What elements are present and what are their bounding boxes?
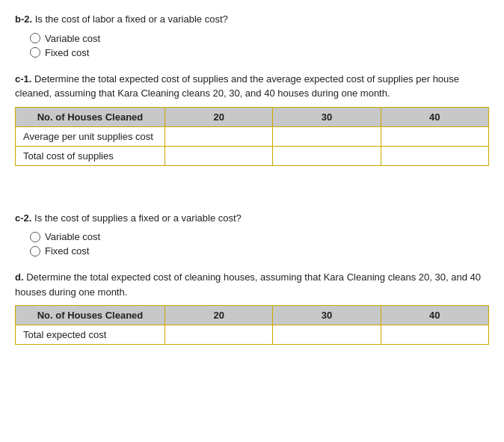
c1-row1-input20[interactable] [173,131,265,142]
c1-row2-input20[interactable] [173,150,265,162]
b2-fixed-radio[interactable] [30,47,40,58]
c1-row1-input30[interactable] [280,131,372,142]
c1-col-30: 30 [273,107,381,126]
d-col-20: 20 [165,306,273,325]
b2-question-text: Is the cost of labor a fixed or a variab… [35,13,228,25]
c2-variable-option[interactable]: Variable cost [30,231,489,242]
c2-fixed-option[interactable]: Fixed cost [30,245,489,257]
c1-col-40: 40 [381,107,488,126]
c2-variable-radio[interactable] [30,232,40,242]
table-row: Total expected cost [16,325,489,345]
d-col-30: 30 [273,306,381,325]
c1-row1-input40[interactable] [389,131,481,142]
d-table: No. of Houses Cleaned 20 30 40 Total exp… [15,305,489,345]
c1-row2-input30[interactable] [280,150,372,162]
d-question: d. Determine the total expected cost of … [15,270,489,299]
c1-table: No. of Houses Cleaned 20 30 40 Average p… [15,107,489,166]
c1-row1-val20[interactable] [165,126,273,146]
c1-row1-val30[interactable] [273,126,381,146]
c1-question-text: Determine the total expected cost of sup… [15,73,459,99]
c1-section: c-1. Determine the total expected cost o… [15,72,489,166]
d-question-text: Determine the total expected cost of cle… [15,271,481,298]
b2-radio-group: Variable cost Fixed cost [30,33,489,58]
c1-question: c-1. Determine the total expected cost o… [15,72,489,101]
d-row1-input30[interactable] [280,329,372,340]
c1-row1-label: Average per unit supplies cost [16,126,165,146]
b2-variable-label: Variable cost [45,33,100,44]
b2-variable-option[interactable]: Variable cost [30,33,489,44]
b2-fixed-option[interactable]: Fixed cost [30,47,489,58]
d-row1-label: Total expected cost [16,325,165,345]
d-section: d. Determine the total expected cost of … [15,270,489,345]
d-row1-val20[interactable] [165,325,273,345]
c2-variable-label: Variable cost [45,231,100,242]
b2-section: b-2. Is the cost of labor a fixed or a v… [15,12,489,58]
c2-fixed-label: Fixed cost [45,245,89,257]
c2-radio-group: Variable cost Fixed cost [30,231,489,257]
c1-row2-input40[interactable] [389,150,481,162]
b2-question: b-2. Is the cost of labor a fixed or a v… [15,12,489,27]
d-col-header: No. of Houses Cleaned [16,306,165,325]
c1-row2-val20[interactable] [165,146,273,165]
c2-label: c-2. [15,212,31,224]
c1-row2-val40[interactable] [381,146,488,165]
d-row1-val30[interactable] [273,325,381,345]
c2-question: c-2. Is the cost of supplies a fixed or … [15,211,489,226]
c2-question-text: Is the cost of supplies a fixed or a var… [34,212,242,224]
d-row1-val40[interactable] [381,325,488,345]
c1-col-20: 20 [165,107,273,126]
d-col-40: 40 [381,306,488,325]
b2-variable-radio[interactable] [30,33,40,43]
c1-col-header: No. of Houses Cleaned [16,107,165,126]
c1-row1-val40[interactable] [381,126,488,146]
c2-section: c-2. Is the cost of supplies a fixed or … [15,211,489,257]
c1-row2-label: Total cost of supplies [16,146,165,165]
table-row: Total cost of supplies [16,146,489,165]
d-row1-input40[interactable] [389,329,481,340]
c1-row2-val30[interactable] [273,146,381,165]
d-row1-input20[interactable] [173,329,265,340]
c2-fixed-radio[interactable] [30,246,40,257]
b2-label: b-2. [15,13,32,25]
c1-label: c-1. [15,73,31,85]
b2-fixed-label: Fixed cost [45,47,89,58]
table-row: Average per unit supplies cost [16,126,489,146]
d-label: d. [15,271,24,283]
